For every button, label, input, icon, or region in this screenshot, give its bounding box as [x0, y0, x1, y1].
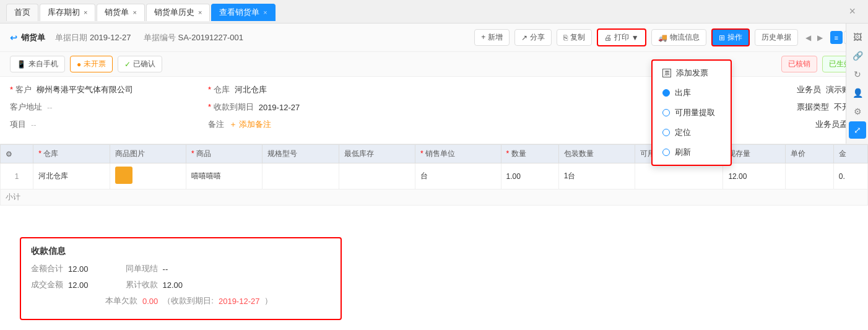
payment-date-value: 2019-12-27	[259, 103, 300, 112]
close-view-sales-tab[interactable]: ×	[263, 9, 267, 16]
outbound-item[interactable]: 出库	[653, 83, 731, 103]
extract-icon	[662, 109, 670, 116]
share-icon: ↗	[521, 33, 527, 42]
print-icon: 🖨	[604, 33, 612, 42]
sold-status-button[interactable]: 已核销	[781, 56, 817, 72]
extract-item[interactable]: 可用量提取	[653, 103, 731, 123]
confirm-button[interactable]: ✓ 已确认	[118, 56, 162, 72]
total-value: 12.00	[68, 264, 89, 274]
plus-icon: ＋	[229, 119, 237, 130]
number-meta: 单据编号 SA-20191227-001	[144, 32, 244, 43]
invoice-icon: 票	[662, 69, 671, 77]
warehouse-value: 河北仓库	[235, 84, 267, 95]
settings-panel-icon[interactable]: ⚙	[849, 103, 866, 120]
history-button[interactable]: 历史单据	[755, 29, 798, 46]
link-panel-icon[interactable]: 🔗	[849, 47, 866, 64]
check-icon: ✓	[124, 60, 131, 69]
tab-home[interactable]: 首页	[6, 4, 38, 21]
product-image	[115, 167, 132, 184]
prev-arrow[interactable]: ◀	[803, 32, 814, 43]
table-row: 1 河北仓库 嘻嘻嘻嘻 台 1.00 1台 12.00	[1, 163, 868, 189]
action-row: 📱 来自手机 ● 未开票 ✓ 已确认 已核销 已生效	[0, 52, 868, 77]
invoice-label: 票据类型	[797, 102, 829, 113]
not-open-ticket-button[interactable]: ● 未开票	[70, 56, 113, 72]
row-spec	[263, 163, 339, 189]
share-button[interactable]: ↗ 分享	[514, 29, 552, 46]
print-dropdown-arrow: ▼	[631, 33, 639, 42]
bottom-area: 收款信息 金额合计 12.00 同单现结 -- 成交金额 12.00	[0, 232, 868, 330]
date-value: 2019-12-27	[90, 33, 131, 42]
locate-item[interactable]: 定位	[653, 123, 731, 142]
transaction-value: 12.00	[68, 280, 89, 290]
total-label: 金额合计	[31, 263, 63, 274]
customer-value: 柳州粤港平安气体有限公司	[37, 84, 133, 95]
col-current: 现存量	[723, 145, 786, 163]
tab-sales-label: 销货单	[105, 7, 129, 18]
tab-view-sales-label: 查看销货单	[219, 7, 259, 18]
row-pack-qty: 1台	[558, 163, 635, 189]
logistics-button[interactable]: 🚚 物流信息	[651, 29, 706, 46]
close-inventory-tab[interactable]: ×	[84, 9, 87, 16]
operations-button[interactable]: ⊞ 操作	[711, 28, 750, 46]
next-arrow[interactable]: ▶	[815, 32, 825, 43]
transaction-label: 成交金额	[31, 279, 63, 290]
row-min-stock	[339, 163, 415, 189]
expand-panel-icon[interactable]: ⤢	[849, 121, 866, 139]
row-product: 嘻嘻嘻嘻	[186, 163, 262, 189]
settlement-value: --	[163, 264, 168, 274]
balance-value: 0.00	[142, 297, 158, 306]
copy-button[interactable]: ⎘ 复制	[557, 29, 592, 46]
mobile-icon: 📱	[17, 60, 26, 69]
form-section: 客户 柳州粤港平安气体有限公司 仓库 河北仓库 业务员 演示账号 客户地址 --	[0, 77, 868, 144]
copy-icon: ⎘	[563, 33, 568, 42]
ticket-icon: ●	[77, 60, 81, 69]
photo-panel-icon[interactable]: 🖼	[849, 28, 866, 46]
tab-view-sales[interactable]: 查看销货单 ×	[211, 4, 275, 21]
refresh-item[interactable]: 刷新	[653, 142, 731, 162]
customer-field: 客户 柳州粤港平安气体有限公司	[10, 84, 183, 95]
payment-row-2: 成交金额 12.00 累计收款 12.00	[31, 279, 331, 290]
list-view-button[interactable]: ≡	[830, 31, 843, 44]
refresh-icon	[662, 149, 670, 156]
add-invoice-item[interactable]: 票 添加发票	[653, 63, 731, 83]
close-sales-tab[interactable]: ×	[132, 9, 136, 16]
tab-sales[interactable]: 销货单 ×	[97, 4, 144, 21]
rotate-panel-icon[interactable]: ↻	[849, 66, 866, 83]
customer-label: 客户	[10, 84, 32, 95]
note-field: 备注 ＋ 添加备注	[208, 119, 381, 130]
balance-label: 本单欠款	[105, 295, 137, 306]
settlement-item: 同单现结 --	[126, 263, 168, 274]
balance-item: 本单欠款 0.00 （收款到期日: 2019-12-27 ）	[105, 295, 272, 306]
tab-inventory[interactable]: 库存期初 ×	[40, 4, 95, 21]
doc-type-label: 销货单	[21, 32, 45, 43]
col-quantity: 数量	[501, 145, 558, 163]
order-table: ⚙ 仓库 商品图片 商品 规格型号 最低库存 销售单位 数量 包装数量 可用量（…	[0, 144, 868, 206]
new-button[interactable]: + 新增	[474, 29, 509, 46]
from-mobile-button[interactable]: 📱 来自手机	[10, 56, 65, 72]
tab-inventory-label: 库存期初	[48, 7, 80, 18]
add-note-button[interactable]: ＋ 添加备注	[229, 119, 271, 130]
warehouse-label: 仓库	[208, 84, 230, 95]
sales-order-icon: ↩	[10, 33, 17, 43]
row-unit-price	[786, 163, 834, 189]
row-current: 12.00	[723, 163, 786, 189]
settlement-label: 同单现结	[126, 263, 158, 274]
operations-dropdown: 票 添加发票 出库 可用量提取 定位 刷新	[651, 59, 732, 166]
col-product: 商品	[186, 145, 262, 163]
doc-header: ↩ 销货单 单据日期 2019-12-27 单据编号 SA-20191227-0…	[0, 24, 868, 52]
row-num: 1	[1, 163, 33, 189]
print-button[interactable]: 🖨 打印 ▼	[597, 28, 646, 46]
close-sales-history-tab[interactable]: ×	[198, 9, 202, 16]
right-panel: 🖼 🔗 ↻ 👤 ⚙ ⤢	[846, 24, 868, 144]
doc-title: ↩ 销货单	[10, 32, 45, 43]
cumulative-value: 12.00	[163, 280, 183, 290]
user-panel-icon[interactable]: 👤	[849, 84, 866, 102]
address-value: --	[47, 103, 53, 112]
row-unit: 台	[415, 163, 501, 189]
project-value: --	[31, 120, 37, 129]
window-close-button[interactable]: ×	[843, 5, 862, 18]
tab-sales-history[interactable]: 销货单历史 ×	[146, 4, 210, 21]
project-label: 项目	[10, 119, 26, 130]
payment-row-1: 金额合计 12.00 同单现结 --	[31, 263, 331, 274]
col-spec: 规格型号	[263, 145, 339, 163]
